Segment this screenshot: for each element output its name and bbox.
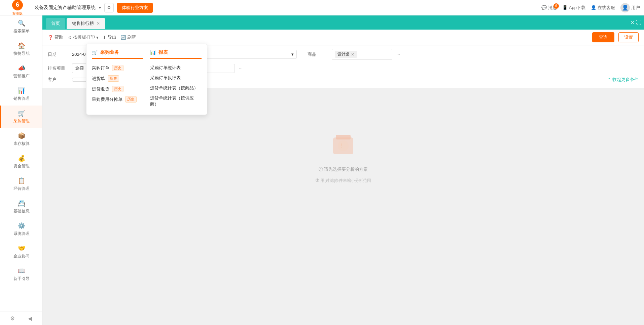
app-container: 6 标准版 装备及固定资产辅助管理系统 ▾ ⚙ 体验行业方案 💬 消息 6 📱 … [0, 0, 644, 325]
menu-item-inbound[interactable]: 进货单 历史 [92, 73, 143, 84]
tab-sales-rank[interactable]: 销售排行榜 ✕ [67, 18, 105, 29]
sidebar-settings-btn[interactable]: ⚙ [10, 315, 15, 322]
message-icon: 💬 [541, 5, 547, 10]
sidebar-item-quick-nav[interactable]: 🏠 快捷导航 [0, 38, 42, 60]
goods-filter-label: 商品 [308, 51, 328, 57]
finance-icon: 💰 [18, 155, 25, 162]
inventory-icon: 📦 [18, 132, 25, 139]
menu-item-purchase-order[interactable]: 采购订单 历史 [92, 63, 143, 73]
sidebar-label-system: 系统管理 [13, 231, 30, 237]
sidebar-item-basic-info[interactable]: 📇 基础信息 [0, 196, 42, 218]
inbound-stats-goods-label: 进货单统计表（按商品） [150, 85, 198, 91]
tab-expand-btn[interactable]: ⛶ [636, 19, 641, 26]
customer-filter-label: 客户 [48, 77, 68, 83]
message-btn[interactable]: 💬 消息 6 [541, 5, 557, 11]
sidebar-label-quick-nav: 快捷导航 [13, 51, 30, 56]
reports-col-title: 📊 报表 [150, 49, 202, 59]
hist-badge-1[interactable]: 历史 [112, 65, 123, 71]
message-badge: 6 [553, 3, 559, 9]
empty-tip1-text: 请先选择要分析的方案 [324, 167, 368, 172]
avatar-icon: 👤 [620, 3, 630, 12]
sidebar-item-system[interactable]: ⚙️ 系统管理 [0, 218, 42, 241]
menu-item-purchase-cost[interactable]: 采购费用分摊单 历史 [92, 94, 143, 105]
dropdown-arrow-icon[interactable]: ▾ [99, 5, 101, 10]
help-btn[interactable]: ❓ 帮助 [48, 34, 63, 40]
industry-btn[interactable]: 体验行业方案 [117, 3, 153, 13]
print-arrow-icon: ▾ [96, 35, 99, 40]
empty-tip2-text: 用[过滤]条件来缩小分析范围 [320, 178, 371, 183]
sidebar-item-operations[interactable]: 📋 经营管理 [0, 173, 42, 196]
inbound-stats-supplier-label: 进货单统计表（按供应商） [150, 95, 202, 107]
menu-item-inbound-stats-supplier[interactable]: 进货单统计表（按供应商） [150, 93, 202, 109]
reports-col-title-label: 报表 [158, 49, 168, 55]
sidebar: 🔍 搜索菜单 🏠 快捷导航 📣 营销推广 📊 销售管理 🛒 采购管理 📦 [0, 15, 42, 325]
empty-tip2: ② 用[过滤]条件来缩小分析范围 [315, 178, 371, 184]
export-btn[interactable]: ⬇ 导出 [103, 34, 116, 40]
menu-item-inbound-stats-goods[interactable]: 进货单统计表（按商品） [150, 83, 202, 93]
set-btn[interactable]: 设置 [618, 32, 639, 42]
app-download-label: App下载 [569, 5, 585, 11]
salesman-more-dots[interactable]: ··· [239, 66, 243, 71]
goods-tag: 设计桌 ✕ [335, 51, 357, 58]
print-btn[interactable]: 🖨 按模板打印 ▾ [67, 34, 99, 40]
query-btn[interactable]: 查询 [592, 32, 614, 42]
tab-home[interactable]: 首页 [46, 18, 65, 29]
goods-dots[interactable]: ··· [396, 52, 400, 57]
sales-icon: 📊 [18, 87, 25, 94]
refresh-btn[interactable]: 🔄 刷新 [120, 34, 136, 40]
sidebar-item-inventory[interactable]: 📦 库存核算 [0, 128, 42, 151]
goods-input[interactable]: 设计桌 ✕ [332, 49, 392, 60]
menu-item-po-stats[interactable]: 采购订单统计表 [150, 63, 202, 73]
basic-info-icon: 📇 [18, 200, 25, 207]
menu-item-po-exec[interactable]: 采购订单执行表 [150, 73, 202, 83]
toolbar: ❓ 帮助 🖨 按模板打印 ▾ ⬇ 导出 🔄 刷新 [42, 30, 644, 45]
operations-icon: 📋 [18, 177, 25, 185]
mobile-icon: 📱 [562, 5, 568, 10]
enterprise-icon: 🤝 [18, 245, 25, 252]
menu-item-inbound-return[interactable]: 进货退货 历史 [92, 84, 143, 94]
settings-icon-btn[interactable]: ⚙ [104, 3, 114, 12]
tab-close-icon[interactable]: ✕ [97, 21, 100, 26]
sidebar-item-finance[interactable]: 💰 资金管理 [0, 151, 42, 173]
export-label: 导出 [108, 34, 116, 40]
hist-badge-4[interactable]: 历史 [125, 96, 137, 103]
hist-badge-2[interactable]: 历史 [108, 75, 119, 82]
svg-text:!: ! [341, 143, 343, 149]
export-icon: ⬇ [103, 35, 106, 40]
sidebar-label-inventory: 库存核算 [13, 141, 30, 147]
sidebar-item-search[interactable]: 🔍 搜索菜单 [0, 15, 42, 38]
tab-close-all-btn[interactable]: ✕ [630, 19, 635, 26]
inbound-return-label: 进货退货 [92, 86, 109, 92]
sidebar-item-sales[interactable]: 📊 销售管理 [0, 83, 42, 106]
sidebar-item-guide[interactable]: 📖 新手引导 [0, 263, 42, 286]
sidebar-collapse-btn[interactable]: ◀ [28, 315, 32, 322]
refresh-icon: 🔄 [120, 35, 126, 40]
online-service-btn[interactable]: 👤 在线客服 [591, 5, 615, 11]
collapse-btn[interactable]: ⌃ 收起更多条件 [607, 77, 639, 83]
hist-badge-3[interactable]: 历史 [112, 86, 123, 92]
svg-point-2 [338, 140, 349, 151]
status-select[interactable]: ... ▾ [196, 50, 297, 59]
purchase-order-label: 采购订单 [92, 65, 109, 71]
sidebar-label-purchase: 采购管理 [13, 118, 30, 124]
empty-illustration: ! [326, 127, 360, 161]
content-body: ❓ 帮助 🖨 按模板打印 ▾ ⬇ 导出 🔄 刷新 [42, 30, 644, 325]
app-download-btn[interactable]: 📱 App下载 [562, 5, 585, 11]
sidebar-item-marketing[interactable]: 📣 营销推广 [0, 60, 42, 83]
date-filter-label: 日期 [48, 51, 68, 57]
reports-menu-icon: 📊 [150, 50, 156, 55]
sidebar-label-guide: 新手引导 [13, 276, 30, 282]
help-label: 帮助 [55, 34, 63, 40]
sidebar-label-finance: 资金管理 [13, 163, 30, 169]
purchase-col-title: 🛒 采购业务 [92, 49, 143, 59]
sidebar-item-enterprise[interactable]: 🤝 企业协同 [0, 241, 42, 263]
purchase-menu-icon: 🛒 [92, 50, 98, 55]
user-btn[interactable]: 👤 用户 [620, 3, 640, 12]
logo-text: 标准版 [12, 11, 23, 16]
goods-tag-remove-btn[interactable]: ✕ [351, 52, 354, 57]
sidebar-label-basic-info: 基础信息 [13, 208, 30, 214]
sidebar-item-purchase[interactable]: 🛒 采购管理 [0, 106, 42, 128]
search-icon: 🔍 [18, 19, 25, 27]
system-icon: ⚙️ [18, 222, 25, 230]
logo-icon: 6 [12, 0, 23, 10]
